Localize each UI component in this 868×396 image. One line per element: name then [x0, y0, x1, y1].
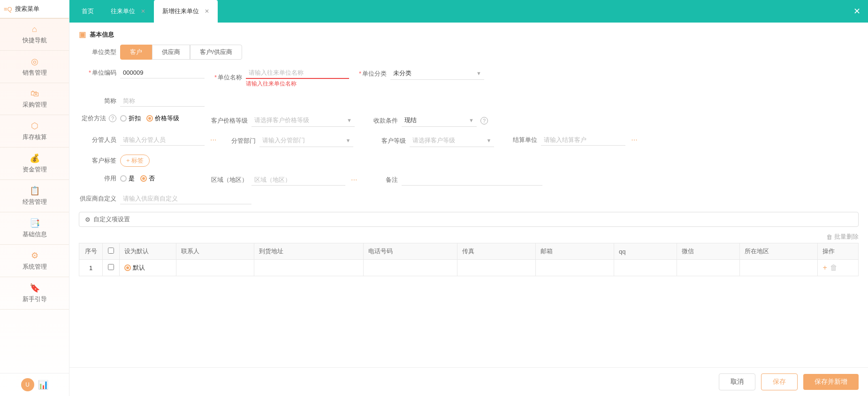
sidebar-item-label: 系统管理: [23, 263, 47, 271]
sidebar-item-inventory[interactable]: ⬡ 库存核算: [0, 115, 69, 148]
sidebar-item-sales[interactable]: ◎ 销售管理: [0, 51, 69, 83]
save-new-button[interactable]: 保存并新增: [803, 374, 859, 390]
add-tag-button[interactable]: + 标签: [120, 155, 150, 167]
region-input[interactable]: [251, 174, 345, 186]
row-default-radio[interactable]: 默认: [124, 264, 171, 272]
tab-new-partner[interactable]: 新增往来单位 ✕: [154, 0, 218, 23]
manager-field: 分管人员 ···: [79, 134, 218, 146]
type-customer-button[interactable]: 客户: [120, 45, 152, 60]
batch-delete-icon: 🗑: [826, 233, 832, 241]
customer-level-select[interactable]: 请选择客户等级 ▼: [410, 134, 494, 147]
custom-settings-button[interactable]: ⚙ 自定义项设置: [79, 212, 859, 227]
tab-partners[interactable]: 往来单位 ✕: [102, 0, 154, 23]
settlement-label: 结算单位: [500, 136, 537, 144]
customer-level-label: 客户等级: [368, 137, 406, 145]
system-icon: ⚙: [31, 250, 38, 261]
sidebar-item-purchase[interactable]: 🛍 采购管理: [0, 83, 69, 115]
supplier-custom-input[interactable]: [120, 193, 251, 204]
pricing-help-icon[interactable]: ?: [109, 115, 116, 122]
batch-delete-label[interactable]: 批量删除: [834, 233, 859, 241]
settlement-input[interactable]: [541, 134, 625, 146]
row-delete-button[interactable]: 🗑: [830, 264, 838, 272]
manager-input[interactable]: [120, 134, 205, 146]
contact-table: 序号 设为默认 联系人 到货地址 电话号码 传真 邮箱 qq 微信 所在地区: [79, 243, 859, 276]
tab-new-partner-close[interactable]: ✕: [205, 8, 209, 15]
row-address-input[interactable]: [259, 264, 315, 272]
sidebar-item-quick-nav[interactable]: ⌂ 快捷导航: [0, 19, 69, 51]
code-input[interactable]: [120, 67, 205, 78]
type-both-button[interactable]: 客户/供应商: [190, 45, 242, 60]
dept-field: 分管部门 请输入分管部门 ▼: [218, 134, 368, 147]
pricing-level-radio[interactable]: 价格等级: [146, 114, 179, 123]
name-input[interactable]: [246, 67, 349, 79]
sidebar-item-guide[interactable]: 🔖 新手引导: [0, 277, 69, 310]
tab-bar: 首页 往来单位 ✕ 新增往来单位 ✕ ✕: [69, 0, 868, 23]
abbr-input[interactable]: [120, 95, 205, 107]
category-select[interactable]: 未分类 ▼: [390, 67, 484, 80]
supplier-custom-field: 供应商自定义: [79, 193, 859, 204]
sidebar-item-finance[interactable]: 💰 资金管理: [0, 148, 69, 180]
supplier-custom-row: 供应商自定义: [79, 193, 859, 204]
dept-arrow-icon: ▼: [345, 138, 350, 143]
payment-terms-field: 收款条件 现结 ▼ ?: [360, 114, 488, 127]
dept-select[interactable]: 请输入分管部门 ▼: [259, 134, 353, 147]
row-checkbox[interactable]: [108, 264, 114, 270]
sidebar-item-operations[interactable]: 📋 经营管理: [0, 180, 69, 212]
sidebar-item-label: 采购管理: [23, 101, 47, 109]
disabled-yes-circle: [120, 175, 127, 182]
tab-home[interactable]: 首页: [73, 0, 102, 23]
finance-icon: 💰: [30, 153, 40, 163]
sidebar-search[interactable]: ≡Q 搜索菜单: [0, 0, 69, 19]
unit-type-field: 单位类型 客户 供应商 客户/供应商: [79, 45, 859, 60]
customer-price-level-select[interactable]: 请选择客户价格等级 ▼: [251, 114, 355, 127]
save-button[interactable]: 保存: [761, 373, 798, 390]
row-fax-cell: [457, 260, 536, 276]
table-body: 1 默认: [79, 260, 859, 276]
sidebar-item-system[interactable]: ⚙ 系统管理: [0, 245, 69, 277]
tab-new-partner-label: 新增往来单位: [162, 7, 199, 16]
code-name-cat-row: *单位编码 *单位名称 请输入往来单位名称 *单位分类 未分类 ▼: [79, 67, 859, 88]
quick-nav-icon: ⌂: [32, 24, 37, 34]
row-fax-input[interactable]: [462, 264, 500, 272]
cancel-button[interactable]: 取消: [719, 373, 755, 390]
purchase-icon: 🛍: [30, 89, 39, 99]
sidebar-item-label: 基础信息: [23, 230, 47, 239]
abbr-field: 简称: [79, 95, 205, 107]
remark-input[interactable]: [402, 174, 542, 186]
basic-info-icon: 📑: [30, 218, 40, 228]
pricing-radio-group: 折扣 价格等级: [120, 114, 179, 123]
region-more-icon[interactable]: ···: [349, 176, 359, 184]
user-avatar[interactable]: U: [21, 378, 34, 391]
row-wechat-input[interactable]: [682, 264, 710, 272]
manager-more-icon[interactable]: ···: [208, 136, 218, 144]
col-contact: 联系人: [176, 243, 254, 260]
tab-home-label: 首页: [82, 7, 94, 16]
sidebar-item-basic-info[interactable]: 📑 基础信息: [0, 212, 69, 245]
col-wechat: 微信: [677, 243, 739, 260]
tag-label: 客户标签: [79, 156, 116, 165]
row-email-input[interactable]: [541, 264, 578, 272]
unit-type-row: 单位类型 客户 供应商 客户/供应商: [79, 45, 859, 60]
row-location-input[interactable]: [745, 264, 782, 272]
tab-partners-close[interactable]: ✕: [141, 8, 145, 15]
pricing-discount-radio[interactable]: 折扣: [120, 114, 141, 123]
select-all-checkbox[interactable]: [108, 248, 114, 254]
custom-settings-label: 自定义项设置: [93, 215, 130, 224]
unit-type-buttons: 客户 供应商 客户/供应商: [120, 45, 242, 60]
disabled-no-radio[interactable]: 否: [140, 174, 155, 183]
pricing-field: 定价方法 ? 折扣 价格等级: [79, 114, 210, 123]
disabled-yes-radio[interactable]: 是: [120, 174, 135, 183]
payment-terms-help-icon[interactable]: ?: [480, 117, 488, 124]
close-all-tabs-button[interactable]: ✕: [850, 6, 864, 16]
row-add-button[interactable]: +: [822, 264, 827, 272]
sidebar-item-label: 销售管理: [23, 69, 47, 77]
type-supplier-button[interactable]: 供应商: [152, 45, 190, 60]
row-contact-input[interactable]: [181, 264, 219, 272]
settlement-more-icon[interactable]: ···: [629, 136, 639, 144]
table-row: 1 默认: [79, 260, 859, 276]
customer-price-level-label: 客户价格等级: [210, 116, 248, 125]
row-qq-input[interactable]: [619, 264, 647, 272]
form-content: ▣ 基本信息 单位类型 客户 供应商 客户/供应商 *单位编码: [69, 23, 868, 367]
row-phone-input[interactable]: [368, 264, 415, 272]
payment-terms-select[interactable]: 现结 ▼: [402, 114, 477, 127]
